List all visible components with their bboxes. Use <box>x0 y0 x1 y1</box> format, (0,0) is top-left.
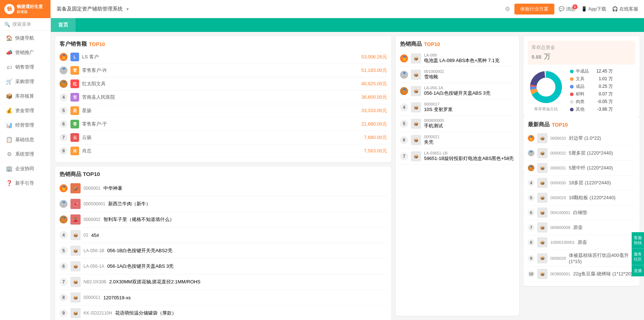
logo-text: 畅捷通好生意 标准版 <box>17 4 43 15</box>
legend-item-3: 成品 0.25 万 <box>570 83 613 90</box>
hm-img-4: 📦 <box>411 102 421 112</box>
product-img-4: 📦 <box>70 230 81 240</box>
sidebar-item-enterprise[interactable]: 🏢 企业协同 <box>0 161 50 176</box>
rank-num-3: 🥉 <box>60 80 68 88</box>
message-count: 6 <box>572 4 578 9</box>
hm-rank-3: 🥉 <box>400 87 408 95</box>
app-download[interactable]: 📱 App下载 <box>581 6 606 12</box>
search-menu[interactable]: 🔍 搜索菜单 <box>0 18 50 31</box>
search-icon: 🔍 <box>4 22 10 27</box>
rank-item: 7 云 云扬 7,680.00元 <box>60 131 387 144</box>
inventory-summary: 库存总资金 9.88 万 <box>528 41 635 65</box>
col-right: 库存总资金 9.88 万 <box>523 36 640 316</box>
sidebar-item-sales[interactable]: 🏷 销售管理 <box>0 60 50 74</box>
newest-products-panel: 最新商品 TOP10 🥇 📦 0000033 封边带 (1.0*22) <box>523 117 640 286</box>
newest-item-7: 7 📦 000800008 原壶 <box>528 220 635 235</box>
topbar: 装备及固定资产辅助管理系统 ▼ ⚙ 体验行业方案 💬 消息 6 📱 App下载 … <box>51 0 644 18</box>
rank-num-1: 🥇 <box>60 53 68 61</box>
newest-heading: 最新商品 TOP10 <box>528 121 635 128</box>
ni-img-6: 📦 <box>537 208 547 218</box>
newest-item-2: 🥈 📦 0000032 5厘多层 (1220*2440) <box>528 146 635 161</box>
hot-mid-item: 6 📦 0000021 夹壳 <box>400 132 515 148</box>
hm-rank-4: 4 <box>400 103 408 111</box>
online-service[interactable]: 🎧 在线客服 <box>612 6 638 12</box>
float-community[interactable]: 服务社区 <box>632 249 644 265</box>
hot-mid-item: 4 📦 0000017 10S 变射罗浆 <box>400 99 515 116</box>
sidebar: 畅 畅捷通好生意 标准版 🔍 搜索菜单 🏠 快捷导航 📣 营销推广 🏷 销售管理… <box>0 0 51 320</box>
hot-product-item: 5 📦 LA-056-1B 056-1B白色按键开关壳ABS2壳 <box>60 243 387 259</box>
message-icon: 💬 <box>559 6 564 12</box>
hm-img-3: 📦 <box>411 86 421 96</box>
newest-item-8: 8 📦 10000100001 原壶 <box>528 235 635 250</box>
hot-product-item: 8 📦 0000011 12070519-xs <box>60 290 387 305</box>
float-live[interactable]: 直播 <box>632 265 644 276</box>
ni-img-7: 📦 <box>537 222 547 233</box>
legend-item-5: 肉类 -0.05 万 <box>570 99 613 105</box>
sidebar-item-guide[interactable]: ❓ 新手引导 <box>0 176 50 190</box>
mobile-icon: 📱 <box>581 6 587 12</box>
float-customer-service[interactable]: 客服热线 <box>632 232 644 249</box>
rank-avatar-4: 苦 <box>70 93 79 102</box>
hot-product-item: 🥇 🥔 0000001 中华神薯 <box>60 181 387 196</box>
legend-dot-1 <box>570 70 574 73</box>
sidebar-item-finance[interactable]: 💰 资金管理 <box>0 103 50 118</box>
hot-product-item: 7 📦 NB2.0X30B 2.0X30MM双搓花轴,搓花直径2.1MM/ROH… <box>60 274 387 290</box>
rank-item: 5 星 星扬 33,333.00元 <box>60 104 387 118</box>
hp-rank-2: 🥈 <box>60 200 68 208</box>
hm-img-6: 📦 <box>411 135 421 145</box>
legend-item-6: 其他 -3.86 万 <box>570 106 613 112</box>
hm-img-2: 📦 <box>411 70 421 80</box>
sidebar-item-inventory[interactable]: 📦 库存核算 <box>0 89 50 103</box>
tab-home[interactable]: 首页 <box>51 18 76 32</box>
topbar-title: 装备及固定资产辅助管理系统 ▼ <box>57 6 501 12</box>
hm-img-1: 📦 <box>411 53 421 63</box>
hp-rank-8: 8 <box>60 294 68 301</box>
col-mid: 热销商品 TOP10 🥇 📦 LA-089 电池盖 LA-089 ABS本色+黑… <box>396 36 519 316</box>
hot-product-item: 9 📦 KK-SD22110H 花语萌恒温分储罐袋（厚款） <box>60 305 387 320</box>
legend-dot-6 <box>570 108 574 111</box>
donut-chart: 库存资金占比 <box>528 69 564 112</box>
product-img-1: 🥔 <box>70 183 81 193</box>
rank-avatar-3: 红 <box>70 79 79 88</box>
ni-img-8: 📦 <box>537 237 547 247</box>
product-img-3: 🍒 <box>70 214 81 225</box>
rank-avatar-5: 星 <box>70 106 79 115</box>
sidebar-item-marketing[interactable]: 📣 营销推广 <box>0 45 50 60</box>
hot-mid-item: 7 📦 LA-59651-1B 59651-1B旋转投影灯电池盒ABS黑色+58… <box>400 148 515 165</box>
sidebar-item-operations[interactable]: 📊 经营管理 <box>0 118 50 132</box>
sidebar-item-basic-info[interactable]: 📋 基础信息 <box>0 132 50 147</box>
product-img-8: 📦 <box>70 292 81 303</box>
newest-item-5: 5 📦 0000029 18颗粒板 (1220*2440) <box>528 190 635 205</box>
rank-avatar-7: 云 <box>70 133 79 142</box>
hot-mid-item: 🥇 📦 LA-089 电池盖 LA-089 ABS本色+黑种 7.1克 <box>400 50 515 67</box>
rank-avatar-6: 零 <box>70 120 79 128</box>
enterprise-icon: 🏢 <box>6 165 12 172</box>
basic-info-icon: 📋 <box>6 136 12 143</box>
rank-item: 🥇 L LS 客户 53,006.26元 <box>60 50 387 64</box>
rank-avatar-8: 肖 <box>70 147 79 155</box>
message-badge[interactable]: 💬 消息 6 <box>559 6 575 12</box>
hot-products-list: 🥇 🥔 0000001 中华神薯 🥈 🥩 000500001 新西兰牛肉（新牛） <box>60 181 387 320</box>
marketing-icon: 📣 <box>6 49 12 56</box>
hot-product-item: 🥈 🥩 000500001 新西兰牛肉（新牛） <box>60 196 387 212</box>
guide-icon: ❓ <box>6 180 12 186</box>
trial-button[interactable]: 体验行业方案 <box>514 4 554 15</box>
product-img-2: 🥩 <box>70 199 81 209</box>
hp-rank-3: 🥉 <box>60 216 68 223</box>
hot-mid-item: 🥈 📦 001000002 雪地靴 <box>400 67 515 83</box>
legend-dot-4 <box>570 93 574 96</box>
ni-img-4: 📦 <box>537 178 547 188</box>
rank-num-2: 🥈 <box>60 66 68 74</box>
sidebar-item-purchase[interactable]: 🛒 采购管理 <box>0 74 50 89</box>
ni-img-1: 📦 <box>537 133 547 143</box>
hp-rank-5: 5 <box>60 247 68 255</box>
sidebar-item-quick-nav[interactable]: 🏠 快捷导航 <box>0 31 50 45</box>
product-img-9: 📦 <box>70 308 81 318</box>
hot-mid-item: 5 📦 000800005 手机测试 <box>400 116 515 132</box>
newest-item-9: 9 📦 0000028 体被荔枝味苏打饮品400毫升 (1*15) <box>528 250 635 267</box>
settings-icon[interactable]: ⚙ <box>505 5 510 12</box>
legend-dot-3 <box>570 85 574 89</box>
rank-item: 🥉 红 红太阳文具 40,925.00元 <box>60 77 387 91</box>
dropdown-icon[interactable]: ▼ <box>126 7 130 11</box>
sidebar-item-sys-mgmt[interactable]: ⚙ 系统管理 <box>0 147 50 161</box>
